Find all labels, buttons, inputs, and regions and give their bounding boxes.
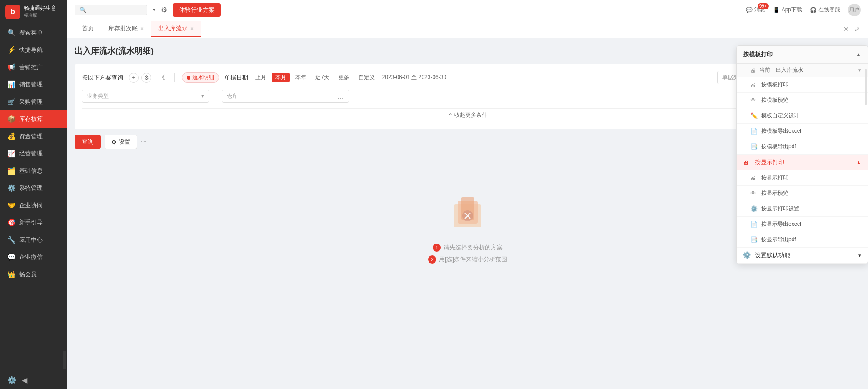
- sidebar-item-label: 企业微信: [19, 253, 43, 261]
- search-dropdown-arrow[interactable]: ▾: [153, 7, 155, 13]
- inventory-icon: 📦: [7, 115, 15, 123]
- dropdown-current[interactable]: 🖨 当前：出入库流水 ▾: [737, 64, 868, 77]
- sidebar-item-member[interactable]: 👑 畅会员: [0, 266, 67, 283]
- date-tabs: 上月 本月 本年 近7天 更多 自定义: [252, 73, 379, 82]
- empty-hint-1: 1 请先选择要分析的方案: [433, 244, 503, 252]
- print-icon: 🖨: [750, 81, 758, 89]
- date-tab-more[interactable]: 更多: [335, 73, 353, 82]
- collapse-sidebar-icon[interactable]: ◀: [22, 376, 27, 384]
- date-tab-7days[interactable]: 近7天: [312, 73, 333, 82]
- sidebar-item-label: 基础信息: [19, 167, 43, 175]
- dropdown-item-template-design[interactable]: ✏️ 模板自定义设计: [737, 108, 868, 124]
- excel-icon: 📄: [750, 128, 758, 135]
- sidebar-item-label: 库存核算: [19, 115, 43, 123]
- sidebar-item-wechat[interactable]: 💬 企业微信: [0, 249, 67, 266]
- topbar: 🔍 ▾ ⚙ 体验行业方案 💬 消息 99+ 📱 App下载 🎧 在线客服: [67, 0, 868, 20]
- settings-default-arrow: ▾: [858, 253, 861, 259]
- query-btn[interactable]: 查询: [75, 135, 101, 149]
- settings-default-section[interactable]: ⚙️ 设置默认功能 ▾: [737, 248, 868, 264]
- hint-num-2: 2: [428, 255, 436, 264]
- dropdown-item-display-print[interactable]: 🖨 按显示打印: [737, 170, 868, 186]
- sidebar-bottom: ⚙️ ◀: [0, 371, 67, 389]
- display-print-section[interactable]: 🖨 按显示打印 ▲: [737, 155, 868, 170]
- sidebar-item-guide[interactable]: 🎯 新手引导: [0, 214, 67, 231]
- avatar[interactable]: 用户: [848, 4, 861, 16]
- sidebar-item-label: 采购管理: [19, 98, 43, 106]
- dropdown-item-template-excel[interactable]: 📄 按模板导出excel: [737, 124, 868, 139]
- dropdown-item-template-pdf[interactable]: 📑 按模板导出pdf: [737, 139, 868, 155]
- finance-icon: 💰: [7, 132, 15, 140]
- business-type-select[interactable]: 业务类型 ▾: [82, 90, 209, 103]
- sidebar-item-marketing[interactable]: 📢 营销推广: [0, 59, 67, 76]
- tab-bar: 首页 库存批次账 × 出入库流水 × ✕ ⤢: [67, 20, 868, 38]
- tab-batch[interactable]: 库存批次账 ×: [101, 21, 151, 37]
- gear-filter-btn[interactable]: ⚙: [141, 73, 151, 83]
- tab-flow[interactable]: 出入库流水 ×: [151, 21, 201, 37]
- sidebar-item-apps[interactable]: 🔧 应用中心: [0, 231, 67, 249]
- basic-icon: 🗂️: [7, 167, 15, 175]
- warehouse-dots: ...: [337, 93, 344, 100]
- sales-icon: 📊: [7, 80, 15, 89]
- customer-service-btn[interactable]: 🎧 在线客服: [810, 6, 840, 14]
- tab-home[interactable]: 首页: [75, 21, 101, 37]
- tab-close-flow[interactable]: ×: [190, 25, 194, 32]
- filter-tag[interactable]: 流水明细: [182, 72, 219, 83]
- dropdown-item-display-preview[interactable]: 👁 按显示预览: [737, 186, 868, 201]
- sidebar-item-label: 应用中心: [19, 236, 43, 244]
- settings-btn[interactable]: ⚙ 设置: [105, 135, 137, 149]
- collapse-filter-btn[interactable]: 《: [157, 73, 167, 83]
- print-icon2: 🖨: [750, 175, 758, 182]
- dropdown-item-display-settings[interactable]: ⚙️ 按显示打印设置: [737, 201, 868, 217]
- dropdown-item-template-preview[interactable]: 👁 按模板预览: [737, 93, 868, 108]
- date-range: 2023-06-01 至 2023-06-30: [382, 74, 446, 81]
- current-label: 当前：出入库流水: [759, 66, 803, 74]
- wechat-icon: 💬: [7, 253, 15, 261]
- pdf-icon: 📑: [750, 143, 758, 150]
- more-actions-btn[interactable]: ···: [141, 138, 147, 146]
- settings-bottom-icon[interactable]: ⚙️: [7, 376, 16, 384]
- sidebar-item-finance[interactable]: 💰 资金管理: [0, 128, 67, 145]
- preview-icon: 👁: [750, 97, 758, 104]
- sidebar-item-purchase[interactable]: 🛒 采购管理: [0, 93, 67, 110]
- search-icon: 🔍: [7, 29, 15, 37]
- sidebar-item-label: 资金管理: [19, 132, 43, 140]
- sidebar-item-operations[interactable]: 📈 经营管理: [0, 145, 67, 162]
- sidebar-item-search[interactable]: 🔍 搜索菜单: [0, 24, 67, 41]
- message-btn[interactable]: 💬 消息 99+: [746, 6, 765, 14]
- business-type-label: 业务类型: [87, 92, 109, 100]
- date-tab-custom[interactable]: 自定义: [355, 73, 379, 82]
- sidebar-item-label: 经营管理: [19, 150, 43, 158]
- dropdown-item-template-print[interactable]: 🖨 按模板打印: [737, 77, 868, 93]
- tab-close-batch[interactable]: ×: [140, 25, 144, 32]
- date-tab-last-month[interactable]: 上月: [252, 73, 270, 82]
- warehouse-select[interactable]: 仓库 ...: [222, 90, 349, 103]
- dropdown-item-display-excel[interactable]: 📄 按显示导出excel: [737, 217, 868, 232]
- sidebar-item-quicknav[interactable]: ⚡ 快捷导航: [0, 41, 67, 59]
- date-label: 单据日期: [224, 74, 248, 82]
- sidebar-item-collab[interactable]: 🤝 企业协同: [0, 197, 67, 214]
- topbar-gear-icon[interactable]: ⚙: [161, 5, 167, 14]
- message-badge: 99+: [758, 3, 769, 9]
- topbar-search[interactable]: 🔍: [75, 5, 147, 15]
- sidebar-item-system[interactable]: ⚙️ 系统管理: [0, 180, 67, 197]
- phone-icon: 📱: [773, 7, 780, 13]
- divider: [769, 5, 769, 15]
- window-expand-btn[interactable]: ⤢: [853, 25, 861, 33]
- window-close-btn[interactable]: ✕: [843, 25, 850, 33]
- date-tab-this-month[interactable]: 本月: [272, 73, 290, 82]
- industry-btn[interactable]: 体验行业方案: [173, 3, 221, 17]
- sidebar-item-basic[interactable]: 🗂️ 基础信息: [0, 162, 67, 180]
- add-filter-btn[interactable]: ＋: [129, 73, 139, 83]
- topbar-right-actions: 💬 消息 99+ 📱 App下载 🎧 在线客服 用户: [746, 4, 861, 16]
- dropdown-item-display-pdf[interactable]: 📑 按显示导出pdf: [737, 232, 868, 248]
- dropdown-up-arrow[interactable]: ▲: [856, 51, 861, 58]
- date-tab-this-year[interactable]: 本年: [292, 73, 310, 82]
- marketing-icon: 📢: [7, 63, 15, 71]
- app-download-btn[interactable]: 📱 App下载: [773, 6, 802, 14]
- sidebar-item-label: 营销推广: [19, 63, 43, 71]
- dropdown-scrollbar-thumb[interactable]: [865, 69, 867, 105]
- dropdown-title: 按模板打印: [743, 50, 773, 59]
- sidebar-item-inventory[interactable]: 📦 库存核算: [0, 110, 67, 128]
- member-icon: 👑: [7, 270, 15, 279]
- sidebar-item-sales[interactable]: 📊 销售管理: [0, 76, 67, 93]
